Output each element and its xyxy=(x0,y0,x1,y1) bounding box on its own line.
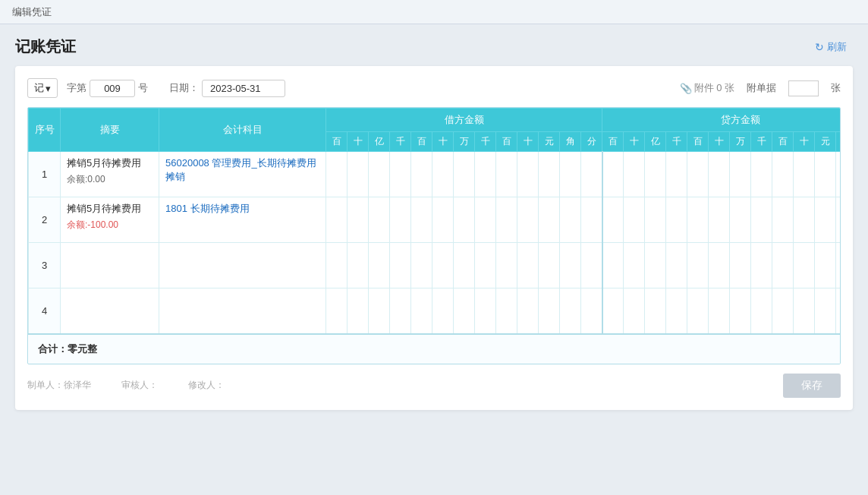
row-credit-4-col-0[interactable] xyxy=(602,288,624,334)
row-debit-3-col-5[interactable] xyxy=(432,243,454,288)
row-credit-2-col-11[interactable] xyxy=(836,197,841,243)
row-debit-1-col-1[interactable] xyxy=(348,152,369,197)
row-debit-2-col-12[interactable] xyxy=(581,197,602,243)
row-debit-3-col-7[interactable] xyxy=(475,243,496,288)
row-credit-2-col-6[interactable] xyxy=(730,197,751,243)
row-credit-3-col-5[interactable] xyxy=(709,243,730,288)
row-credit-4-col-2[interactable] xyxy=(645,288,666,334)
refresh-button[interactable]: ↻ 刷新 xyxy=(809,37,853,57)
row-debit-1-col-12[interactable] xyxy=(581,152,602,197)
row-debit-3-col-8[interactable] xyxy=(496,243,517,288)
row-credit-3-col-1[interactable] xyxy=(624,243,645,288)
row-credit-2-col-7[interactable] xyxy=(751,197,772,243)
row-account-1[interactable]: 56020008 管理费用_长期待摊费用摊销 xyxy=(159,152,326,197)
row-debit-1-col-4[interactable] xyxy=(411,152,432,197)
table-row[interactable]: 1摊销5月待摊费用余额:0.0056020008 管理费用_长期待摊费用摊销 xyxy=(29,152,841,197)
row-debit-1-col-0[interactable] xyxy=(326,152,348,197)
zi-input[interactable] xyxy=(90,80,135,97)
row-debit-3-col-9[interactable] xyxy=(517,243,539,288)
row-credit-4-col-8[interactable] xyxy=(772,288,794,334)
row-debit-3-col-4[interactable] xyxy=(411,243,432,288)
row-credit-2-col-0[interactable] xyxy=(602,197,624,243)
row-credit-4-col-11[interactable] xyxy=(836,288,841,334)
row-credit-3-col-4[interactable] xyxy=(687,243,709,288)
row-debit-1-col-10[interactable] xyxy=(539,152,560,197)
row-debit-4-col-3[interactable] xyxy=(390,288,411,334)
row-debit-2-col-5[interactable] xyxy=(432,197,454,243)
row-credit-2-col-2[interactable] xyxy=(645,197,666,243)
row-debit-3-col-12[interactable] xyxy=(581,243,602,288)
zhang-input[interactable] xyxy=(788,80,819,96)
row-debit-4-col-2[interactable] xyxy=(369,288,390,334)
row-debit-3-col-11[interactable] xyxy=(560,243,581,288)
row-account-3[interactable] xyxy=(159,243,326,288)
row-credit-4-col-1[interactable] xyxy=(624,288,645,334)
row-summary-2[interactable]: 摊销5月待摊费用余额:-100.00 xyxy=(61,197,159,243)
row-credit-1-col-9[interactable] xyxy=(794,152,815,197)
row-debit-2-col-8[interactable] xyxy=(496,197,517,243)
row-debit-4-col-11[interactable] xyxy=(560,288,581,334)
row-debit-1-col-11[interactable] xyxy=(560,152,581,197)
row-credit-1-col-2[interactable] xyxy=(645,152,666,197)
row-credit-4-col-7[interactable] xyxy=(751,288,772,334)
row-debit-2-col-4[interactable] xyxy=(411,197,432,243)
ji-button[interactable]: 记 ▾ xyxy=(27,78,58,98)
row-summary-3[interactable] xyxy=(61,243,159,288)
row-credit-3-col-10[interactable] xyxy=(815,243,836,288)
row-credit-3-col-11[interactable] xyxy=(836,243,841,288)
row-debit-3-col-3[interactable] xyxy=(390,243,411,288)
row-debit-3-col-6[interactable] xyxy=(454,243,475,288)
row-credit-4-col-4[interactable] xyxy=(687,288,709,334)
row-credit-3-col-9[interactable] xyxy=(794,243,815,288)
row-debit-4-col-4[interactable] xyxy=(411,288,432,334)
row-debit-1-col-8[interactable] xyxy=(496,152,517,197)
attachment-link[interactable]: 📎 附件 0 张 xyxy=(680,81,734,95)
row-summary-4[interactable] xyxy=(61,288,159,334)
row-debit-2-col-9[interactable] xyxy=(517,197,539,243)
row-credit-3-col-6[interactable] xyxy=(730,243,751,288)
row-debit-3-col-10[interactable] xyxy=(539,243,560,288)
row-credit-2-col-8[interactable] xyxy=(772,197,794,243)
row-debit-2-col-7[interactable] xyxy=(475,197,496,243)
row-debit-2-col-1[interactable] xyxy=(348,197,369,243)
fujian-label[interactable]: 附单据 xyxy=(747,81,776,95)
row-credit-3-col-8[interactable] xyxy=(772,243,794,288)
row-credit-3-col-7[interactable] xyxy=(751,243,772,288)
row-debit-1-col-9[interactable] xyxy=(517,152,539,197)
row-credit-1-col-11[interactable] xyxy=(836,152,841,197)
row-debit-4-col-8[interactable] xyxy=(496,288,517,334)
row-credit-1-col-7[interactable] xyxy=(751,152,772,197)
row-debit-2-col-10[interactable] xyxy=(539,197,560,243)
row-credit-3-col-2[interactable] xyxy=(645,243,666,288)
date-input[interactable] xyxy=(202,80,285,97)
row-credit-1-col-1[interactable] xyxy=(624,152,645,197)
row-credit-1-col-0[interactable] xyxy=(602,152,624,197)
row-credit-1-col-3[interactable] xyxy=(666,152,687,197)
row-credit-2-col-5[interactable] xyxy=(709,197,730,243)
row-debit-1-col-5[interactable] xyxy=(432,152,454,197)
save-button[interactable]: 保存 xyxy=(783,374,841,398)
row-credit-4-col-9[interactable] xyxy=(794,288,815,334)
row-credit-1-col-4[interactable] xyxy=(687,152,709,197)
row-debit-4-col-5[interactable] xyxy=(432,288,454,334)
row-credit-4-col-10[interactable] xyxy=(815,288,836,334)
row-debit-1-col-7[interactable] xyxy=(475,152,496,197)
row-credit-4-col-5[interactable] xyxy=(709,288,730,334)
row-debit-2-col-3[interactable] xyxy=(390,197,411,243)
table-row[interactable]: 4 xyxy=(29,288,841,334)
row-debit-4-col-10[interactable] xyxy=(539,288,560,334)
row-debit-4-col-6[interactable] xyxy=(454,288,475,334)
row-account-2[interactable]: 1801 长期待摊费用 xyxy=(159,197,326,243)
row-debit-2-col-0[interactable] xyxy=(326,197,348,243)
row-credit-4-col-3[interactable] xyxy=(666,288,687,334)
table-row[interactable]: 2摊销5月待摊费用余额:-100.001801 长期待摊费用 xyxy=(29,197,841,243)
row-debit-4-col-9[interactable] xyxy=(517,288,539,334)
row-debit-3-col-0[interactable] xyxy=(326,243,348,288)
row-debit-1-col-6[interactable] xyxy=(454,152,475,197)
row-debit-1-col-2[interactable] xyxy=(369,152,390,197)
row-debit-4-col-0[interactable] xyxy=(326,288,348,334)
row-credit-1-col-5[interactable] xyxy=(709,152,730,197)
row-debit-2-col-2[interactable] xyxy=(369,197,390,243)
row-credit-3-col-3[interactable] xyxy=(666,243,687,288)
row-debit-4-col-12[interactable] xyxy=(581,288,602,334)
